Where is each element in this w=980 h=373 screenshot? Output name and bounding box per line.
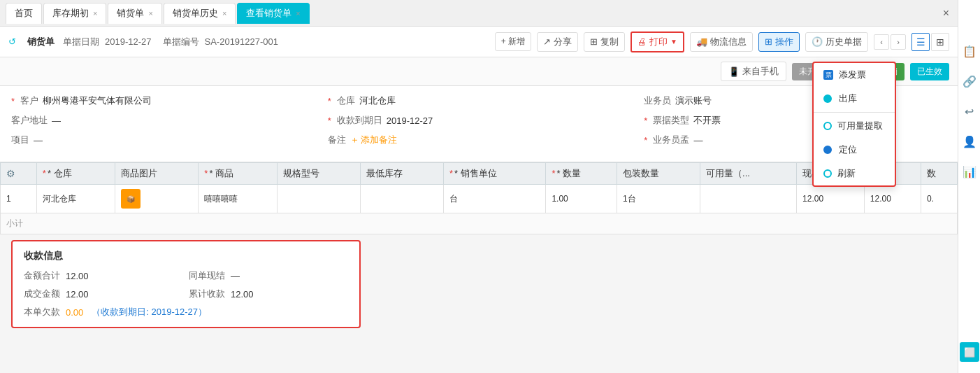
doc-date-label: 单据日期 2019-12-27 [63, 36, 152, 48]
row-index: 1 [1, 185, 37, 213]
col-image: 商品图片 [115, 163, 199, 185]
tab-inventory-label: 库存期初 [52, 7, 89, 20]
toolbar-right: + 新增 ↗ 分享 ⊞ 复制 🖨 打印 ▼ 🚚 物流信息 ⊞ 操作 [495, 31, 949, 52]
refresh-icon [823, 169, 832, 178]
project-field: 项目 — [11, 134, 314, 146]
row-quantity: 1.00 [546, 185, 617, 213]
row-more: 0. [921, 185, 958, 213]
dropdown-item-locate[interactable]: 定位 [814, 138, 895, 162]
view-grid-button[interactable]: ⊞ [931, 33, 949, 51]
right-sidebar: 📋 🔗 ↩ 👤 📊 ⬜ [958, 0, 980, 334]
generated-badge: 已生效 [910, 63, 949, 80]
doc-type-label: 销货单 [27, 36, 55, 48]
sidebar-back-icon[interactable]: ↩ [962, 102, 977, 121]
table-row: 1 河北仓库 📦 嘻嘻嘻嘻 台 1.00 1台 12.00 12.00 0. [1, 185, 958, 213]
arrears-row: 本单欠款 0.00 （收款到期日: 2019-12-27） [24, 306, 348, 318]
payment-title: 收款信息 [24, 250, 348, 262]
tab-sales-close[interactable]: × [148, 9, 152, 17]
tab-view-sales-close[interactable]: × [296, 9, 300, 17]
warehouse-field: * 仓库 河北仓库 [328, 94, 630, 107]
row-image: 📦 [115, 185, 199, 213]
dropdown-separator [814, 112, 895, 113]
print-button[interactable]: 🖨 打印 ▼ [630, 31, 684, 52]
staff2-required: * [644, 135, 647, 146]
dropdown-item-available[interactable]: 可用量提取 [814, 114, 895, 138]
staff2-value: — [693, 135, 702, 146]
doc-number-label: 单据编号 SA-20191227-001 [163, 36, 279, 48]
row-spec [277, 185, 360, 213]
print-icon: 🖨 [637, 36, 647, 47]
col-unit: ** 销售单位 [444, 163, 546, 185]
row-min-stock [360, 185, 443, 213]
toolbar: ↺ 销货单 单据日期 2019-12-27 单据编号 SA-20191227-0… [0, 27, 958, 57]
tab-sales-history-label: 销货单历史 [173, 7, 218, 20]
col-spec: 规格型号 [277, 163, 360, 185]
copy-icon: ⊞ [590, 36, 598, 47]
warehouse-required: * [328, 96, 331, 106]
form-row-1: * 客户 柳州粤港平安气体有限公司 * 仓库 河北仓库 业务员 演示账号 [11, 94, 946, 107]
address-field: 客户地址 — [11, 114, 314, 127]
view-list-button[interactable]: ☰ [911, 33, 930, 51]
share-button[interactable]: ↗ 分享 [537, 32, 578, 52]
doc-type-icon: ↺ [8, 36, 16, 47]
tab-inventory-close[interactable]: × [93, 9, 97, 17]
form-row-2: 客户地址 — * 收款到期日 2019-12-27 * 票据类型 不开票 [11, 114, 946, 127]
col-more: 数 [921, 163, 958, 185]
tab-home-label: 首页 [15, 7, 33, 20]
ticket-value: 不开票 [693, 114, 721, 127]
tab-sales-history-close[interactable]: × [222, 9, 226, 17]
ticket-required: * [644, 115, 647, 126]
payment-section: 收款信息 金额合计 12.00 同单现结 — 成交金额 12.00 累计收款 1… [11, 240, 361, 328]
note-field: 备注 ＋ 添加备注 [328, 134, 630, 146]
tab-view-sales[interactable]: 查看销货单 × [237, 3, 309, 24]
staff2-field: * 业务员孟 — [644, 134, 946, 146]
tab-home[interactable]: 首页 [6, 3, 42, 24]
phone-source-button[interactable]: 📱 来自手机 [721, 62, 786, 81]
new-button[interactable]: + 新增 [495, 32, 531, 51]
history-button[interactable]: 🕐 历史单据 [805, 32, 868, 52]
due-note: （收款到期日: 2019-12-27） [92, 306, 207, 318]
dropdown-item-outbound[interactable]: 出库 [814, 87, 895, 111]
row-available [700, 185, 797, 213]
add-note-icon: ＋ [350, 134, 359, 146]
copy-button[interactable]: ⊞ 复制 [584, 32, 625, 52]
logistics-button[interactable]: 🚚 物流信息 [690, 32, 753, 52]
outbound-icon [823, 94, 832, 103]
warehouse-value: 河北仓库 [359, 94, 396, 107]
operate-icon: ⊞ [765, 36, 772, 47]
add-note-button[interactable]: ＋ 添加备注 [350, 134, 397, 146]
same-order-label: 同单现结 [189, 269, 225, 282]
customer-field: * 客户 柳州粤港平安气体有限公司 [11, 94, 314, 107]
dropdown-item-add-invoice[interactable]: 票 添发票 [814, 63, 895, 87]
gear-icon: ⚙ [6, 168, 15, 179]
view-icons: ☰ ⊞ [911, 33, 949, 51]
tab-bar: 首页 库存期初 × 销货单 × 销货单历史 × 查看销货单 × × [0, 0, 958, 27]
tab-view-sales-label: 查看销货单 [246, 7, 291, 20]
trade-amount-row: 成交金额 12.00 [24, 288, 183, 300]
operate-button[interactable]: ⊞ 操作 [758, 32, 800, 52]
col-warehouse: ** 仓库 [36, 163, 115, 185]
product-image: 📦 [121, 189, 140, 209]
nav-prev-button[interactable]: ‹ [874, 34, 889, 50]
row-warehouse: 河北仓库 [36, 185, 115, 213]
sidebar-link-icon[interactable]: 🔗 [960, 72, 979, 91]
doc-meta: 单据日期 2019-12-27 单据编号 SA-20191227-001 [63, 36, 278, 48]
nav-next-button[interactable]: › [891, 34, 906, 50]
col-min-stock: 最低库存 [360, 163, 443, 185]
amount-row: 金额合计 12.00 [24, 269, 183, 282]
col-product: ** 商品 [199, 163, 277, 185]
sidebar-chart-icon[interactable]: 📊 [960, 162, 979, 181]
window-close-button[interactable]: × [943, 7, 949, 20]
add-invoice-icon: 票 [823, 70, 833, 80]
col-gear: ⚙ [1, 163, 37, 185]
row-package-qty: 1台 [617, 185, 700, 213]
tab-sales-history[interactable]: 销货单历史 × [164, 3, 236, 24]
sidebar-doc-icon[interactable]: 📋 [960, 42, 979, 61]
phone-icon: 📱 [728, 66, 740, 77]
tab-sales[interactable]: 销货单 × [108, 3, 161, 24]
sidebar-user-icon[interactable]: 👤 [960, 132, 979, 151]
dropdown-item-refresh[interactable]: 刷新 [814, 162, 895, 185]
customer-required: * [11, 96, 15, 106]
ticket-field: * 票据类型 不开票 [644, 114, 946, 127]
tab-inventory[interactable]: 库存期初 × [43, 3, 106, 24]
